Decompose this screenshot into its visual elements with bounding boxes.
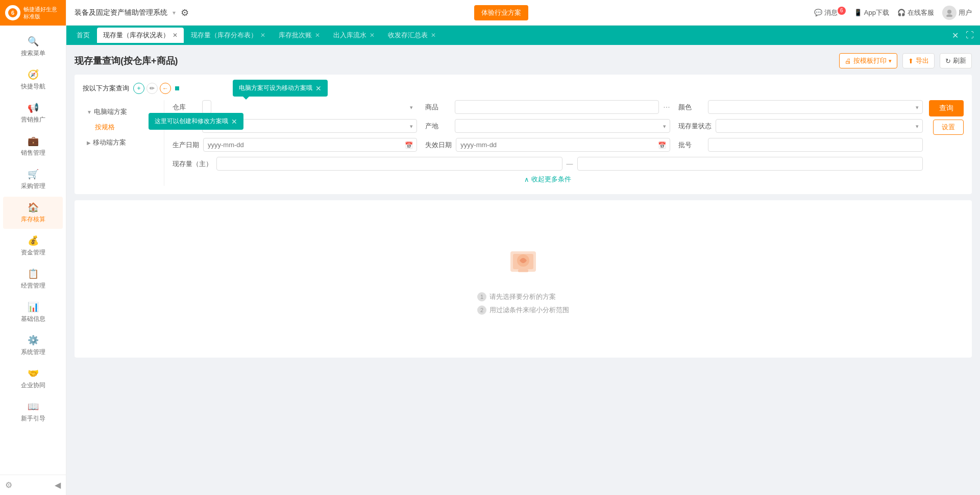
close-tab-icon[interactable]: ✕ — [950, 29, 961, 42]
tab-receive-summary[interactable]: 收发存汇总表 ✕ — [382, 28, 442, 43]
settings-gear-icon[interactable]: ⚙ — [181, 7, 189, 18]
tab-close-icon[interactable]: ✕ — [173, 32, 178, 39]
collapse-arrow-icon: ∧ — [524, 176, 529, 183]
origin-select[interactable] — [455, 119, 670, 133]
expiry-date-input[interactable] — [456, 138, 670, 152]
sidebar-item-label: 系统管理 — [21, 348, 45, 357]
user-label: 用户 — [959, 8, 972, 17]
goods-dots[interactable]: ··· — [663, 103, 670, 112]
svg-point-2 — [947, 10, 951, 14]
sidebar-bottom: ⚙ ◀ — [0, 475, 66, 495]
batch-input[interactable] — [708, 138, 923, 152]
filter-icons: + ✏ ← — [133, 83, 171, 94]
collapse-btn[interactable]: ∧ 收起更多条件 — [173, 171, 923, 186]
tab-close-icon[interactable]: ✕ — [315, 32, 320, 39]
tab-stock-dist[interactable]: 现存量（库存分布表） ✕ — [185, 28, 272, 43]
tab-home[interactable]: 首页 — [70, 28, 96, 43]
sidebar-item-system[interactable]: ⚙️ 系统管理 — [3, 329, 63, 362]
sidebar-item-label: 经营管理 — [21, 281, 45, 290]
tree-item-mobile[interactable]: ▶ 移动端方案 — [83, 135, 164, 150]
notification-badge: 6 — [838, 7, 846, 15]
filter-grid: 仓库 商品 ··· 颜色 — [173, 100, 923, 171]
stock-main-from-input[interactable] — [216, 157, 562, 171]
sidebar-item-quicknav[interactable]: 🧭 快捷导航 — [3, 64, 63, 96]
tree-arrow-icon2: ▶ — [87, 140, 91, 146]
sidebar-item-label: 基础信息 — [21, 315, 45, 323]
compass-icon: 🧭 — [28, 69, 39, 80]
sidebar-item-label: 营销推广 — [21, 115, 45, 124]
filter-warehouse-row: 仓库 — [173, 100, 417, 114]
tab-in-out-flow[interactable]: 出入库流水 ✕ — [327, 28, 381, 43]
settings-icon[interactable]: ⚙ — [5, 480, 12, 490]
sidebar-item-marketing[interactable]: 📢 营销推广 — [3, 97, 63, 129]
refresh-icon: ↻ — [945, 57, 951, 65]
sidebar-item-sales[interactable]: 💼 销售管理 — [3, 130, 63, 162]
query-button[interactable]: 查询 — [929, 100, 964, 116]
color-label: 颜色 — [678, 103, 704, 112]
maximize-icon[interactable]: ⛶ — [964, 29, 976, 42]
production-date-input[interactable] — [203, 138, 417, 152]
collapse-sidebar-icon[interactable]: ◀ — [55, 480, 61, 490]
notification-area[interactable]: 💬 消息 6 — [814, 8, 846, 17]
user-area[interactable]: 用户 — [942, 6, 972, 20]
sidebar-item-finance[interactable]: 💰 资金管理 — [3, 230, 63, 262]
sidebar-logo: 6 畅捷通好生意 标准版 — [0, 0, 66, 26]
sidebar-item-label: 新手引导 — [21, 414, 45, 423]
app-download-label: App下载 — [864, 8, 889, 17]
page-content: 现存量查询(按仓库+商品) 🖨 按模板打印 ▾ ⬆ 导出 ↻ 刷新 — [66, 45, 980, 495]
tab-label: 收发存汇总表 — [388, 31, 428, 40]
tab-close-icon[interactable]: ✕ — [431, 32, 436, 39]
sidebar-item-label: 采购管理 — [21, 182, 45, 191]
sidebar-item-search[interactable]: 🔍 搜索菜单 — [3, 31, 63, 63]
template-print-button[interactable]: 🖨 按模板打印 ▾ — [839, 53, 897, 68]
filter-fields-area: 仓库 商品 ··· 颜色 — [164, 100, 923, 186]
filter-color-row: 颜色 — [678, 100, 923, 114]
sidebar-item-operations[interactable]: 📋 经营管理 — [3, 263, 63, 295]
app-download-area[interactable]: 📱 App下载 — [854, 8, 889, 17]
tab-close-icon[interactable]: ✕ — [260, 32, 265, 39]
refresh-button[interactable]: ↻ 刷新 — [940, 53, 972, 68]
set-button[interactable]: 设置 — [933, 120, 964, 135]
tabs-bar: 首页 现存量（库存状况表） ✕ 现存量（库存分布表） ✕ 库存批次账 ✕ 出入库… — [66, 26, 980, 45]
sidebar-item-basic[interactable]: 📊 基础信息 — [3, 296, 63, 328]
origin-label: 产地 — [425, 122, 451, 131]
export-button[interactable]: ⬆ 导出 — [902, 53, 935, 68]
filter-action-col: 查询 设置 — [923, 100, 964, 186]
sidebar-item-guide[interactable]: 📖 新手引导 — [3, 396, 63, 428]
add-scheme-btn[interactable]: + — [133, 83, 144, 94]
filter-stock-status-row: 现存量状态 — [678, 119, 923, 133]
tab-stock-status[interactable]: 现存量（库存状况表） ✕ — [97, 28, 184, 43]
stock-main-to-input[interactable] — [577, 157, 923, 171]
range-separator: — — [567, 160, 573, 168]
industry-btn[interactable]: 体验行业方案 — [474, 5, 528, 20]
tooltip-close-icon[interactable]: ✕ — [315, 84, 322, 92]
color-select[interactable] — [708, 100, 923, 114]
stock-status-select[interactable] — [716, 119, 923, 133]
goods-label: 商品 — [425, 103, 451, 112]
tooltip-text: 这里可以创建和修改方案哦 — [155, 117, 228, 126]
sidebar-item-purchase[interactable]: 🛒 采购管理 — [3, 163, 63, 196]
page-actions: 🖨 按模板打印 ▾ ⬆ 导出 ↻ 刷新 — [839, 53, 972, 68]
filter-goods-row: 商品 ··· — [425, 100, 670, 114]
notification-icon: 💬 — [814, 9, 822, 16]
chevron-down-icon: ▾ — [173, 9, 176, 16]
tab-close-icon[interactable]: ✕ — [370, 32, 375, 39]
expiry-date-wrap: 📅 — [456, 138, 670, 152]
tab-label: 现存量（库存分布表） — [191, 31, 257, 40]
page-title: 现存量查询(按仓库+商品) — [75, 55, 178, 67]
warehouse-select[interactable] — [202, 100, 211, 114]
sidebar-item-inventory[interactable]: 🏠 库存核算 — [3, 197, 63, 229]
online-support-area[interactable]: 🎧 在线客服 — [897, 8, 934, 17]
edit-scheme-btn[interactable]: ✏ — [146, 83, 158, 94]
prev-scheme-btn[interactable]: ← — [160, 83, 171, 94]
sidebar-item-enterprise[interactable]: 🤝 企业协同 — [3, 363, 63, 395]
tabs-right-buttons: ✕ ⛶ — [950, 29, 976, 42]
tab-batch-account[interactable]: 库存批次账 ✕ — [273, 28, 326, 43]
stock-status-select-wrap — [716, 119, 923, 133]
filter-label: 按以下方案查询 — [83, 84, 129, 93]
sidebar-nav: 🔍 搜索菜单 🧭 快捷导航 📢 营销推广 💼 销售管理 🛒 采购管理 🏠 库存核… — [0, 26, 66, 475]
goods-input[interactable] — [455, 100, 659, 114]
tooltip-close-icon2[interactable]: ✕ — [231, 117, 237, 126]
svg-text:6: 6 — [11, 10, 14, 16]
guide-icon: 📖 — [28, 401, 39, 412]
